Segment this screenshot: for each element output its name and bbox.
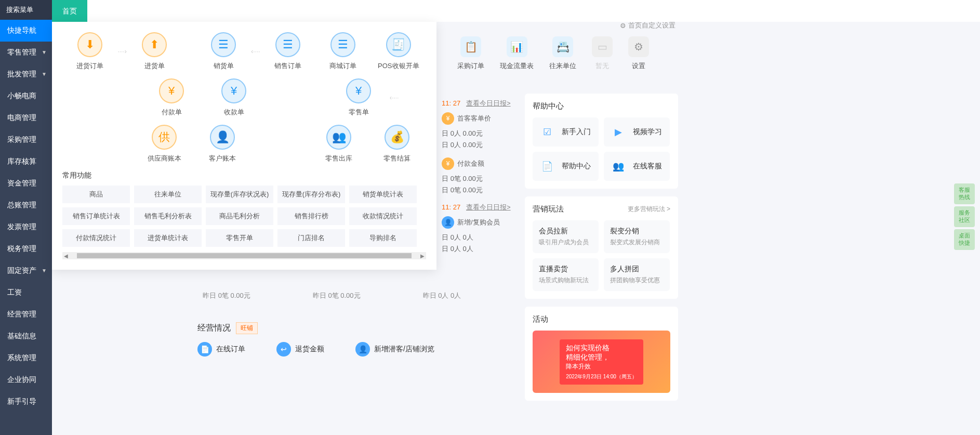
flow-label: 付款单 — [140, 108, 203, 117]
common-function-button[interactable]: 门店排名 — [277, 229, 345, 247]
daily-report-link[interactable]: 查看今日日报> — [466, 99, 511, 107]
flow-label: 零售结算 — [368, 154, 426, 163]
scroll-right-button[interactable]: ▶ — [419, 252, 426, 259]
horizontal-scrollbar[interactable]: ◀ ▶ — [62, 252, 426, 259]
biz-online-order[interactable]: 📄在线订单 — [197, 342, 245, 357]
sidebar-item-xiaochang[interactable]: 小畅电商 — [0, 85, 52, 107]
biz-refund[interactable]: ↩退货金额 — [276, 342, 324, 357]
mkt-sub: 吸引用户成为会员 — [539, 238, 592, 247]
flow-customer-ledger[interactable]: 👤客户账本 — [193, 125, 251, 163]
tab-home[interactable]: 首页 — [52, 0, 87, 22]
mkt-title: 会员拉新 — [539, 227, 592, 236]
float-community[interactable]: 服务社区 — [954, 206, 975, 227]
sidebar-item-guide[interactable]: 新手引导 — [0, 391, 52, 413]
flow-pos[interactable]: 🧾POS收银开单 — [371, 32, 426, 71]
mkt-fission[interactable]: 裂变分销裂变式发展分销商 — [604, 220, 670, 253]
sidebar-item-tax[interactable]: 税务管理 — [0, 238, 52, 260]
flow-label: POS收银开单 — [371, 61, 426, 71]
common-function-button[interactable]: 销货单统计表 — [349, 186, 417, 203]
common-function-button[interactable]: 现存量(库存分布表) — [277, 186, 345, 203]
shortcut-purchase-order[interactable]: 📋采购订单 — [457, 36, 484, 71]
shortcut-settings[interactable]: ⚙设置 — [628, 36, 649, 71]
shortcut-contacts[interactable]: 📇往来单位 — [549, 36, 576, 71]
scroll-thumb[interactable] — [77, 253, 412, 258]
flow-purchase-in[interactable]: ⬆进货单 — [127, 32, 182, 71]
flow-mall-order[interactable]: ☰商城订单 — [315, 32, 370, 71]
sidebar: 搜索菜单 快捷导航 零售管理▼ 批发管理▼ 小畅电商 电商管理 采购管理 库存核… — [0, 0, 52, 435]
sidebar-item-wholesale[interactable]: 批发管理▼ — [0, 63, 52, 85]
common-function-button[interactable]: 收款情况统计 — [349, 207, 417, 225]
user-icon: 👥 — [326, 125, 351, 150]
stat-prefix: 日 — [442, 245, 448, 253]
timestamp: 11: 27 — [442, 99, 460, 107]
sidebar-item-system[interactable]: 系统管理 — [0, 347, 52, 369]
sidebar-item-finance[interactable]: 资金管理 — [0, 173, 52, 194]
stat-value: 0人 0.00元 — [451, 129, 483, 137]
common-function-button[interactable]: 商品 — [62, 186, 130, 203]
flow-retail-out[interactable]: 👥零售出库 — [310, 125, 368, 163]
sidebar-item-ledger[interactable]: 总账管理 — [0, 194, 52, 216]
daily-report-link[interactable]: 查看今日日报> — [466, 203, 511, 211]
flow-sales-bill[interactable]: ☰销货单 — [196, 32, 251, 71]
flow-purchase-order[interactable]: ⬇进货订单 — [62, 32, 117, 71]
customize-home-link[interactable]: ⚙首页自定义设置 — [620, 21, 676, 30]
sidebar-item-salary[interactable]: 工资 — [0, 282, 52, 304]
common-function-button[interactable]: 零售开单 — [206, 229, 273, 247]
help-title: 帮助中心 — [533, 101, 670, 111]
mkt-live[interactable]: 直播卖货场景式购物新玩法 — [533, 258, 599, 291]
search-menu[interactable]: 搜索菜单 — [0, 0, 52, 20]
common-function-button[interactable]: 商品毛利分析 — [206, 207, 273, 225]
float-hotline[interactable]: 客服热线 — [954, 183, 975, 204]
contact-icon: 📇 — [552, 36, 573, 57]
mkt-group[interactable]: 多人拼团拼团购物享受优惠 — [604, 258, 670, 291]
sidebar-item-invoice[interactable]: 发票管理 — [0, 216, 52, 238]
tab-bar: 首页 — [52, 0, 980, 22]
help-getting-started[interactable]: ☑新手入门 — [533, 117, 599, 147]
activity-banner[interactable]: 如何实现价格 精细化管理， 降本升效 2022年9月23日 14:00（周五） — [533, 331, 670, 393]
sidebar-item-assets[interactable]: 固定资产▼ — [0, 260, 52, 282]
help-center[interactable]: 📄帮助中心 — [533, 152, 599, 181]
shortcut-cashflow[interactable]: 📊现金流量表 — [500, 36, 534, 71]
flow-sales-order[interactable]: ☰销售订单 — [260, 32, 315, 71]
flow-retail[interactable]: ¥零售单 — [327, 78, 390, 117]
common-function-button[interactable]: 销售排行榜 — [277, 207, 345, 225]
sidebar-item-quicknav[interactable]: 快捷导航 — [0, 20, 52, 42]
flow-label: 商城订单 — [315, 61, 370, 71]
sidebar-item-inventory[interactable]: 库存核算 — [0, 151, 52, 173]
flow-payment[interactable]: ¥付款单 — [140, 78, 203, 117]
float-desktop[interactable]: 桌面快捷 — [954, 229, 975, 250]
common-function-button[interactable]: 往来单位 — [134, 186, 202, 203]
mkt-sub: 拼团购物享受优惠 — [610, 276, 664, 285]
common-function-button[interactable]: 导购排名 — [349, 229, 417, 247]
common-function-button[interactable]: 付款情况统计 — [62, 229, 130, 247]
common-function-button[interactable]: 进货单统计表 — [134, 229, 202, 247]
common-function-button[interactable]: 现存量(库存状况表) — [206, 186, 273, 203]
flow-receipt[interactable]: ¥收款单 — [203, 78, 265, 117]
chat-icon: 👥 — [610, 158, 627, 175]
scroll-left-button[interactable]: ◀ — [62, 252, 70, 259]
pos-icon: 🧾 — [386, 32, 411, 57]
sidebar-item-ecommerce[interactable]: 电商管理 — [0, 107, 52, 129]
common-function-button[interactable]: 销售毛利分析表 — [134, 207, 202, 225]
biz-potential[interactable]: 👤新增潜客/店铺浏览 — [355, 342, 434, 357]
sidebar-item-retail[interactable]: 零售管理▼ — [0, 42, 52, 63]
help-label: 帮助中心 — [562, 162, 591, 171]
chevron-down-icon: ▼ — [42, 268, 47, 273]
common-function-button[interactable]: 销售订单统计表 — [62, 207, 130, 225]
help-video[interactable]: ▶视频学习 — [604, 117, 670, 147]
help-chat[interactable]: 👥在线客服 — [604, 152, 670, 181]
sidebar-item-collab[interactable]: 企业协同 — [0, 369, 52, 391]
stat-title: 新增/复购会员 — [457, 218, 500, 227]
flow-supplier-ledger[interactable]: 供供应商账本 — [135, 125, 193, 163]
sidebar-item-operation[interactable]: 经营管理 — [0, 304, 52, 325]
shortcut-none[interactable]: ▭暂无 — [592, 36, 613, 71]
stat-value: 0笔 0.00元 — [451, 175, 483, 182]
top-shortcuts: 📋采购订单 📊现金流量表 📇往来单位 ▭暂无 ⚙设置 — [457, 31, 676, 76]
sidebar-item-basic[interactable]: 基础信息 — [0, 325, 52, 347]
sidebar-item-purchase[interactable]: 采购管理 — [0, 129, 52, 151]
flow-retail-settle[interactable]: 💰零售结算 — [368, 125, 426, 163]
mkt-member[interactable]: 会员拉新吸引用户成为会员 — [533, 220, 599, 253]
stat-prefix: 日 — [442, 175, 448, 182]
help-label: 视频学习 — [633, 127, 662, 137]
marketing-more-link[interactable]: 更多营销玩法 > — [628, 205, 670, 214]
